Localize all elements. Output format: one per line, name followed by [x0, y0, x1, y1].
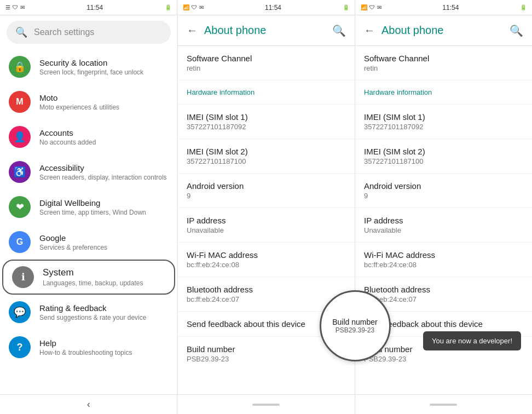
- google-title: Google: [39, 233, 169, 243]
- status-icons-mid: 📶 🛡 ✉: [183, 4, 204, 10]
- panel-title-1: About phone: [204, 24, 326, 37]
- sidebar-item-moto[interactable]: M Moto Moto experiences & utilities: [0, 84, 177, 119]
- info-value-wifi-2: bc:ff:eb:24:ce:08: [364, 261, 523, 269]
- panel-header-2: ← About phone 🔍: [355, 15, 532, 46]
- info-label-android-2: Android version: [364, 181, 523, 191]
- help-icon: ?: [9, 336, 31, 358]
- digital-wellbeing-icon: ❤: [9, 196, 31, 218]
- moto-subtitle: Moto experiences & utilities: [39, 104, 169, 111]
- info-label-sc-2: Software Channel: [364, 54, 523, 63]
- moto-icon: M: [9, 91, 31, 113]
- back-arrow-2[interactable]: ←: [364, 24, 375, 37]
- signal-icon-mid: 📶: [183, 4, 189, 10]
- panels-wrapper: ← About phone 🔍 Software Channel retin H…: [178, 15, 532, 394]
- info-android-1[interactable]: Android version 9: [178, 174, 355, 208]
- info-value-imei1-2: 357227101187092: [364, 123, 523, 131]
- msg-icon-right: ✉: [377, 4, 381, 10]
- sidebar-item-help[interactable]: ? Help How-to & troubleshooting topics: [0, 330, 177, 365]
- shield-icon-right: 🛡: [369, 4, 375, 10]
- info-ip-1[interactable]: IP address Unavailable: [178, 208, 355, 243]
- search-bar[interactable]: 🔍 Search settings: [7, 21, 171, 44]
- status-time-mid: 11:54: [265, 4, 281, 12]
- help-text: Help How-to & troubleshooting topics: [39, 338, 169, 357]
- status-icons-left: ☰ 🛡 ✉: [5, 4, 25, 10]
- sidebar-item-rating[interactable]: 💬 Rating & feedback Send suggestions & r…: [0, 295, 177, 330]
- accessibility-subtitle: Screen readers, display, interaction con…: [39, 174, 169, 181]
- info-label-bt-2: Bluetooth address: [364, 285, 523, 294]
- about-panel-1: ← About phone 🔍 Software Channel retin H…: [178, 15, 355, 394]
- sidebar-item-accessibility[interactable]: ♿ Accessibility Screen readers, display,…: [0, 154, 177, 189]
- security-subtitle: Screen lock, fingerprint, face unlock: [39, 68, 169, 76]
- toast-message: You are now a developer!: [432, 337, 512, 345]
- info-imei1-2[interactable]: IMEI (SIM slot 1) 357227101187092: [355, 105, 532, 139]
- info-imei2-2[interactable]: IMEI (SIM slot 2) 357227101187100: [355, 139, 532, 174]
- msg-icon-mid: ✉: [199, 4, 204, 10]
- nav-section-mid[interactable]: [177, 395, 355, 414]
- status-time-left: 11:54: [86, 4, 103, 12]
- nav-recents-btn[interactable]: [430, 404, 457, 406]
- info-value-build-1: PSB29.39-23: [187, 355, 346, 363]
- shield-icon-mid: 🛡: [192, 4, 197, 10]
- status-section-mid: 📶 🛡 ✉ 11:54 🔋: [177, 0, 355, 15]
- panel-title-2: About phone: [381, 24, 503, 37]
- info-value-imei2-1: 357227101187100: [187, 157, 346, 165]
- system-icon: ℹ: [12, 266, 34, 288]
- search-header-icon-1[interactable]: 🔍: [332, 24, 346, 37]
- main-layout: 🔍 Search settings 🔒 Security & location …: [0, 15, 532, 394]
- sidebar-item-accounts[interactable]: 👤 Accounts No accounts added: [0, 119, 177, 154]
- security-icon: 🔒: [9, 56, 31, 78]
- help-title: Help: [39, 338, 169, 348]
- search-icon: 🔍: [15, 26, 27, 38]
- back-arrow-1[interactable]: ←: [187, 24, 198, 37]
- digital-wellbeing-title: Digital Wellbeing: [39, 198, 169, 208]
- battery-icon-right: 🔋: [520, 4, 527, 10]
- digital-wellbeing-subtitle: Screen time, app timers, Wind Down: [39, 209, 169, 216]
- battery-icon-mid: 🔋: [343, 4, 349, 10]
- info-label-imei1-1: IMEI (SIM slot 1): [187, 112, 346, 122]
- info-hw-header-1: Hardware information: [178, 81, 355, 105]
- info-value-sc-1: retin: [187, 64, 346, 72]
- nav-back-icon[interactable]: ‹: [87, 399, 90, 410]
- accounts-text: Accounts No accounts added: [39, 128, 169, 146]
- info-wifi-1[interactable]: Wi-Fi MAC address bc:ff:eb:24:ce:08: [178, 243, 355, 277]
- status-icon-shield: 🛡: [13, 4, 18, 10]
- info-value-wifi-1: bc:ff:eb:24:ce:08: [187, 261, 346, 269]
- accessibility-title: Accessibility: [39, 163, 169, 173]
- settings-list: 🔒 Security & location Screen lock, finge…: [0, 49, 177, 394]
- sidebar-item-security[interactable]: 🔒 Security & location Screen lock, finge…: [0, 49, 177, 84]
- build-circle-value: PSB29.39-23: [336, 326, 355, 334]
- nav-section-left[interactable]: ‹: [0, 395, 177, 414]
- info-label-wifi-2: Wi-Fi MAC address: [364, 250, 523, 260]
- info-software-channel-1[interactable]: Software Channel retin: [178, 46, 355, 81]
- search-header-icon-2[interactable]: 🔍: [510, 24, 523, 37]
- sidebar-item-google[interactable]: G Google Services & preferences: [0, 225, 177, 260]
- moto-text: Moto Moto experiences & utilities: [39, 93, 169, 111]
- info-hw-header-2: Hardware information: [355, 81, 532, 105]
- system-text: System Languages, time, backup, updates: [43, 267, 165, 287]
- info-label-imei2-2: IMEI (SIM slot 2): [364, 147, 523, 156]
- info-value-imei2-2: 357227101187100: [364, 157, 523, 165]
- google-icon: G: [9, 231, 31, 253]
- rating-text: Rating & feedback Send suggestions & rat…: [39, 303, 169, 321]
- toast-notification: You are now a developer!: [423, 331, 521, 350]
- info-label-hw-1: Hardware information: [187, 88, 346, 96]
- info-label-wifi-1: Wi-Fi MAC address: [187, 250, 346, 260]
- sidebar-item-system[interactable]: ℹ System Languages, time, backup, update…: [2, 260, 175, 295]
- rating-title: Rating & feedback: [39, 303, 169, 313]
- status-icon-msg: ✉: [20, 4, 25, 10]
- status-section-right: 📶 🛡 ✉ 11:54 🔋: [355, 0, 532, 15]
- moto-title: Moto: [39, 93, 169, 102]
- google-subtitle: Services & preferences: [39, 244, 169, 251]
- search-placeholder: Search settings: [34, 27, 94, 37]
- info-imei2-1[interactable]: IMEI (SIM slot 2) 357227101187100: [178, 139, 355, 174]
- info-software-channel-2[interactable]: Software Channel retin: [355, 46, 532, 81]
- sidebar-item-digital-wellbeing[interactable]: ❤ Digital Wellbeing Screen time, app tim…: [0, 189, 177, 225]
- nav-home-btn[interactable]: [252, 404, 280, 406]
- info-label-bt-1: Bluetooth address: [187, 285, 346, 294]
- nav-section-right[interactable]: [355, 395, 532, 414]
- info-imei1-1[interactable]: IMEI (SIM slot 1) 357227101187092: [178, 105, 355, 139]
- info-android-2[interactable]: Android version 9: [355, 174, 532, 208]
- accounts-subtitle: No accounts added: [39, 139, 169, 146]
- info-wifi-2[interactable]: Wi-Fi MAC address bc:ff:eb:24:ce:08: [355, 243, 532, 277]
- info-ip-2[interactable]: IP address Unavailable: [355, 208, 532, 243]
